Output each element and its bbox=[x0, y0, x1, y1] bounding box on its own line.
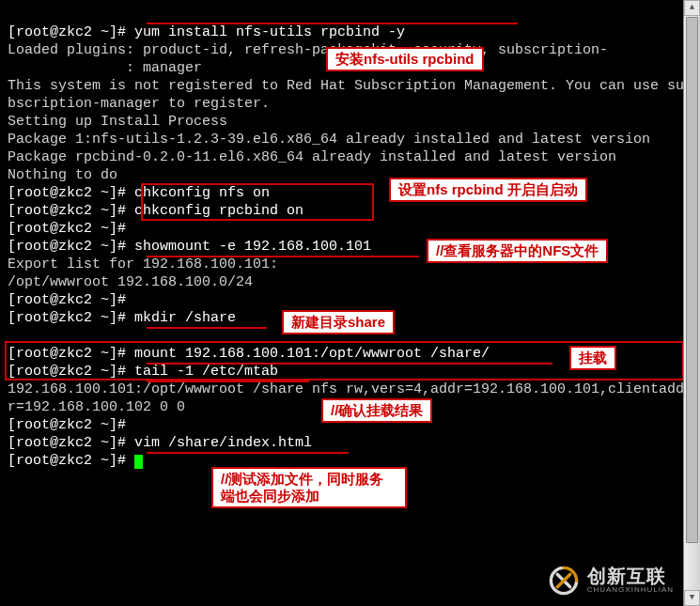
prompt: [root@zkc2 ~]# bbox=[8, 239, 126, 255]
command-text: chkconfig nfs on bbox=[126, 185, 270, 201]
prompt: [root@zkc2 ~]# bbox=[8, 435, 126, 451]
terminal-area[interactable]: [root@zkc2 ~]# yum install nfs-utils rpc… bbox=[0, 0, 700, 475]
vertical-scrollbar[interactable]: ▲ ▼ bbox=[683, 0, 700, 606]
prompt: [root@zkc2 ~]# bbox=[8, 24, 126, 40]
cursor bbox=[134, 455, 143, 469]
output-line: Export list for 192.168.100.101: bbox=[8, 256, 278, 272]
prompt: [root@zkc2 ~]# bbox=[8, 453, 126, 469]
output-line: This system is not registered to Red Hat… bbox=[8, 78, 684, 112]
output-line: Package 1:nfs-utils-1.2.3-39.el6.x86_64 … bbox=[8, 132, 650, 148]
prompt: [root@zkc2 ~]# bbox=[8, 185, 126, 201]
scroll-thumb[interactable] bbox=[686, 17, 698, 543]
output-line: Setting up Install Process bbox=[8, 114, 227, 130]
output-line: Package rpcbind-0.2.0-11.el6.x86_64 alre… bbox=[8, 149, 616, 165]
prompt: [root@zkc2 ~]# bbox=[8, 346, 126, 362]
command-text: mkdir /share bbox=[126, 310, 236, 326]
watermark-logo-icon bbox=[548, 565, 580, 597]
output-line: Loaded plugins: product-id, refresh-pack… bbox=[8, 42, 608, 58]
scroll-down-button[interactable]: ▼ bbox=[684, 590, 700, 606]
command-text: mount 192.168.100.101:/opt/wwwroot /shar… bbox=[126, 346, 490, 362]
output-line: 192.168.100.101:/opt/wwwroot /share nfs … bbox=[8, 381, 684, 415]
prompt: [root@zkc2 ~]# bbox=[8, 221, 126, 237]
prompt: [root@zkc2 ~]# bbox=[8, 364, 126, 380]
command-text: chkconfig rpcbind on bbox=[126, 203, 303, 219]
prompt: [root@zkc2 ~]# bbox=[8, 203, 126, 219]
command-text: yum install nfs-utils rpcbind -y bbox=[126, 24, 405, 40]
prompt: [root@zkc2 ~]# bbox=[8, 292, 126, 308]
watermark-subtitle: CHUANGXINHULIAN bbox=[587, 585, 674, 595]
scroll-up-button[interactable]: ▲ bbox=[684, 0, 700, 16]
prompt: [root@zkc2 ~]# bbox=[8, 417, 126, 433]
output-line: /opt/wwwroot 192.168.100.0/24 bbox=[8, 274, 253, 290]
prompt: [root@zkc2 ~]# bbox=[8, 310, 126, 326]
command-text: tail -1 /etc/mtab bbox=[126, 364, 278, 380]
watermark-title: 创新互联 bbox=[587, 567, 674, 585]
output-line: Nothing to do bbox=[8, 167, 117, 183]
command-text: showmount -e 192.168.100.101 bbox=[126, 239, 371, 255]
output-line: : manager bbox=[8, 60, 202, 76]
command-text: vim /share/index.html bbox=[126, 435, 312, 451]
watermark: 创新互联 CHUANGXINHULIAN bbox=[548, 565, 674, 597]
